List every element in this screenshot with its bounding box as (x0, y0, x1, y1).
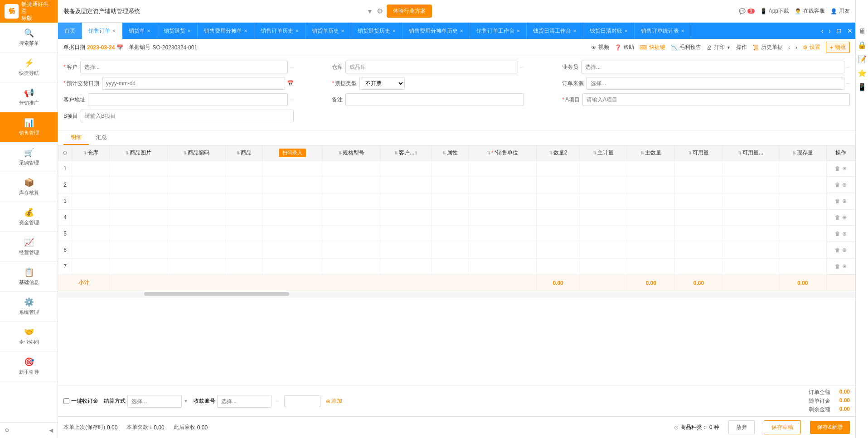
sidebar-item-purchase[interactable]: 🛒 采购管理 (0, 142, 58, 172)
shortcut-button[interactable]: ⌨ 快捷键 (640, 43, 665, 51)
profit-button[interactable]: 📉 毛利预告 (671, 43, 701, 51)
sidebar-item-corp[interactable]: 🤝 企业协同 (0, 322, 58, 351)
tab-close-icon[interactable]: ✕ (244, 29, 247, 34)
warehouse-dots-icon[interactable]: ··· (520, 65, 524, 70)
tab-sales-return[interactable]: 销货单 ✕ (122, 23, 157, 39)
operate-button[interactable]: 操作 (736, 43, 747, 51)
sort-icon[interactable]: ⇅ (83, 150, 87, 155)
tab-sales-fee-split[interactable]: 销售费用分摊单 ✕ (198, 23, 254, 39)
tab-close-icon[interactable]: ✕ (147, 29, 150, 34)
tab-next-button[interactable]: › (826, 23, 834, 39)
app-download-button[interactable]: 📱 App下载 (760, 7, 789, 15)
right-mobile-icon[interactable]: 📱 (858, 83, 867, 91)
tab-close-icon[interactable]: ✕ (681, 29, 684, 34)
tab-close-icon[interactable]: ✕ (624, 29, 628, 34)
tab-sales-fee-history[interactable]: 销售费用分摊单历史 ✕ (402, 23, 470, 39)
row-copy-icon[interactable]: ⊕ (842, 182, 847, 188)
row-copy-icon[interactable]: ⊕ (842, 165, 847, 172)
sidebar-item-system[interactable]: ⚙️ 系统管理 (0, 292, 58, 322)
sort-icon[interactable]: ⇅ (125, 150, 129, 155)
tab-close-icon[interactable]: ✕ (187, 29, 191, 34)
tab-detail[interactable]: 明细 (63, 131, 89, 145)
online-service-button[interactable]: 👨‍💼 在线客服 (795, 7, 825, 15)
sort-icon[interactable]: ⇅ (183, 150, 187, 155)
row-delete-icon[interactable]: 🗑 (835, 247, 840, 253)
tab-home[interactable]: 首页 (58, 23, 82, 39)
help-button[interactable]: ❓ 帮助 (615, 43, 634, 51)
settings-bottom-icon[interactable]: ⚙ (5, 427, 10, 433)
view-button[interactable]: 👁 视频 (591, 43, 609, 51)
scrollbar-thumb[interactable] (144, 292, 289, 296)
tab-menu-button[interactable]: ⊟ (834, 23, 844, 39)
row-delete-icon[interactable]: 🗑 (835, 214, 840, 221)
add-payment-button[interactable]: ⊕ 添加 (326, 397, 342, 405)
customer-input[interactable] (80, 61, 288, 73)
tab-close-icon[interactable]: ✕ (460, 29, 463, 34)
tab-close-icon[interactable]: ✕ (112, 29, 116, 34)
tab-close-icon[interactable]: ✕ (392, 29, 396, 34)
tab-close-icon[interactable]: ✕ (295, 29, 299, 34)
sort-icon[interactable]: ⇅ (593, 150, 596, 155)
row-delete-icon[interactable]: 🗑 (835, 165, 840, 172)
tab-sales-stat[interactable]: 销售订单统计表 ✕ (635, 23, 691, 39)
sort-icon[interactable]: ⇅ (549, 150, 553, 155)
column-setting-icon[interactable]: ⚙ (63, 150, 68, 156)
note-input[interactable] (345, 93, 524, 106)
row-copy-icon[interactable]: ⊕ (842, 198, 847, 204)
tab-cash-daily-clear[interactable]: 钱货日清工作台 ✕ (527, 23, 583, 39)
print-button[interactable]: 🖨 打印 ▼ (707, 43, 731, 51)
tab-summary[interactable]: 汇总 (89, 131, 114, 145)
row-copy-icon[interactable]: ⊕ (842, 231, 847, 237)
customer-address-input[interactable] (88, 93, 288, 106)
row-delete-icon[interactable]: 🗑 (835, 263, 840, 270)
sort-icon[interactable]: ⇅ (442, 150, 446, 155)
tab-close-icon[interactable]: ✕ (573, 29, 577, 34)
history-button[interactable]: 📜 历史单据 (752, 43, 783, 51)
tab-sales-order-history[interactable]: 销售订单历史 ✕ (254, 23, 305, 39)
right-monitor-icon[interactable]: 🖥 (858, 27, 866, 35)
save-new-button[interactable]: 保存&新增 (810, 421, 850, 434)
nav-prev-btn[interactable]: ‹ (788, 44, 790, 51)
account-dots-icon[interactable]: ··· (275, 399, 279, 404)
amount-input[interactable]: 0.00 (284, 395, 320, 407)
sidebar-item-marketing[interactable]: 📢 营销推广 (0, 82, 58, 112)
row-delete-icon[interactable]: 🗑 (835, 198, 840, 204)
a-project-input[interactable] (582, 93, 850, 106)
tab-close-all-button[interactable]: ✕ (844, 23, 855, 39)
tab-sales-order-workbench[interactable]: 销售订单工作台 ✕ (470, 23, 527, 39)
salesperson-input[interactable] (581, 61, 844, 73)
account-input[interactable] (217, 395, 272, 408)
sidebar-item-base[interactable]: 📋 基础信息 (0, 262, 58, 292)
sort-icon[interactable]: ⇅ (738, 150, 742, 155)
tab-close-icon[interactable]: ✕ (341, 29, 344, 34)
calendar-icon[interactable]: 📅 (116, 44, 123, 51)
save-draft-button[interactable]: 保存草稿 (764, 420, 801, 434)
settings-right-btn[interactable]: ⚙设置 (803, 43, 820, 51)
right-lock-icon[interactable]: 🔒 (858, 41, 867, 49)
sidebar-item-search[interactable]: 🔍 搜索菜单 (0, 23, 58, 53)
sidebar-item-sales[interactable]: 📊 销售管理 (0, 112, 58, 142)
sidebar-item-guide[interactable]: 🎯 新手引导 (0, 351, 58, 381)
salesperson-dots-icon[interactable]: ··· (846, 65, 850, 70)
solution-button[interactable]: 体验行业方案 (387, 5, 432, 18)
row-copy-icon[interactable]: ⊕ (842, 263, 847, 270)
sidebar-item-inventory[interactable]: 📦 库存核算 (0, 172, 58, 202)
invoice-type-select[interactable]: 不开票 (359, 77, 405, 90)
address-dots-icon[interactable]: ··· (290, 97, 293, 102)
one-key-payment-checkbox[interactable] (63, 398, 69, 404)
sort-icon[interactable]: ⇅ (338, 150, 342, 155)
sort-icon[interactable]: ⇅ (394, 150, 398, 155)
warehouse-input[interactable] (345, 61, 518, 73)
sort-icon[interactable]: ⇅ (236, 150, 240, 155)
tab-sales-refund-history[interactable]: 销货退货历史 ✕ (351, 23, 402, 39)
tab-sales-refund[interactable]: 销货退货 ✕ (157, 23, 198, 39)
collapse-icon[interactable]: ◀ (49, 427, 53, 433)
message-button[interactable]: 💬 9 (739, 8, 755, 14)
sidebar-item-operation[interactable]: 📈 经营管理 (0, 232, 58, 262)
sort-icon[interactable]: ⇅ (487, 150, 490, 155)
add-material-btn[interactable]: +物流 (826, 42, 850, 53)
tab-prev-button[interactable]: ‹ (819, 23, 826, 39)
user-button[interactable]: 👤 用友 (830, 7, 850, 15)
col-setting[interactable]: ⚙ (58, 146, 72, 160)
tab-sales-order[interactable]: 销售订单 ✕ (82, 23, 122, 39)
